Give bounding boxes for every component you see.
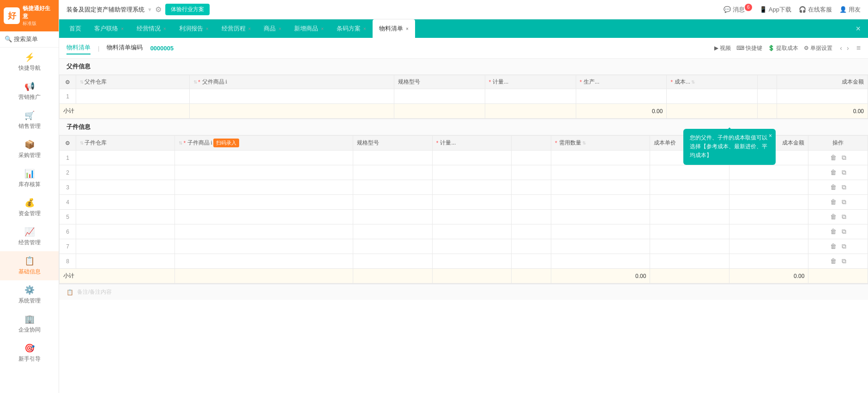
child-qty-cell-3[interactable] bbox=[551, 180, 650, 195]
child-unit-cell-6[interactable] bbox=[432, 224, 512, 239]
parent-product-cell[interactable] bbox=[190, 89, 394, 104]
child-spec-cell-2[interactable] bbox=[353, 165, 433, 180]
parent-cost-cell[interactable] bbox=[667, 89, 758, 104]
child-warehouse-cell-3[interactable] bbox=[76, 180, 175, 195]
next-arrow[interactable]: › bbox=[845, 43, 851, 53]
grid-view-icon[interactable]: ≡ bbox=[856, 44, 861, 52]
user-action[interactable]: 👤 用友 bbox=[839, 6, 861, 14]
scan-button[interactable]: 扫码录入 bbox=[213, 139, 239, 147]
sidebar-item-purchase[interactable]: 📦 采购管理 bbox=[0, 135, 59, 164]
shortcut-action[interactable]: ⌨ 快捷键 bbox=[736, 44, 762, 52]
copy-btn-7[interactable]: ⧉ bbox=[840, 242, 848, 250]
child-spec-cell-7[interactable] bbox=[353, 239, 433, 254]
extract-cost-action[interactable]: 💲 提取成本 bbox=[768, 44, 798, 52]
delete-btn-6[interactable]: 🗑 bbox=[828, 228, 838, 235]
app-download-action[interactable]: 📱 App下载 bbox=[760, 6, 791, 14]
delete-btn-5[interactable]: 🗑 bbox=[828, 213, 838, 220]
child-spec-cell-8[interactable] bbox=[353, 254, 433, 269]
copy-btn-4[interactable]: ⧉ bbox=[840, 198, 848, 206]
child-qty-cell-8[interactable] bbox=[551, 254, 650, 269]
child-price-cell-6[interactable] bbox=[650, 224, 729, 239]
child-price-cell-7[interactable] bbox=[650, 239, 729, 254]
child-spec-cell-5[interactable] bbox=[353, 210, 433, 224]
tab-new-goods[interactable]: 新增商品 × bbox=[288, 19, 330, 38]
child-product-cell-3[interactable] bbox=[175, 180, 353, 195]
child-warehouse-cell-4[interactable] bbox=[76, 195, 175, 210]
sidebar-item-guide[interactable]: 🎯 新手引导 bbox=[0, 339, 59, 368]
tab-customer-close[interactable]: × bbox=[121, 26, 124, 31]
copy-btn-8[interactable]: ⧉ bbox=[840, 257, 848, 265]
parent-unit-cell[interactable] bbox=[485, 89, 576, 104]
child-product-info-icon[interactable]: ℹ bbox=[211, 140, 212, 146]
child-qty-cell-6[interactable] bbox=[551, 224, 650, 239]
copy-btn-3[interactable]: ⧉ bbox=[840, 183, 848, 191]
copy-btn-1[interactable]: ⧉ bbox=[840, 154, 848, 161]
child-product-cell-4[interactable] bbox=[175, 195, 353, 210]
tab-home[interactable]: 首页 bbox=[63, 19, 88, 38]
experience-button[interactable]: 体验行业方案 bbox=[165, 4, 210, 15]
child-unit-cell-4[interactable] bbox=[432, 195, 512, 210]
tab-profit[interactable]: 利润报告 × bbox=[173, 19, 215, 38]
sidebar-item-inventory[interactable]: 📊 库存核算 bbox=[0, 164, 59, 193]
child-unit-cell-2[interactable] bbox=[432, 165, 512, 180]
child-warehouse-cell-2[interactable] bbox=[76, 165, 175, 180]
child-col-settings-icon[interactable]: ⚙ bbox=[65, 140, 70, 146]
delete-btn-4[interactable]: 🗑 bbox=[828, 198, 838, 206]
child-qty-cell-5[interactable] bbox=[551, 210, 650, 224]
sidebar-item-enterprise[interactable]: 🏢 企业协同 bbox=[0, 309, 59, 339]
tab-bom-list[interactable]: 物料清单 bbox=[66, 42, 90, 54]
child-warehouse-cell-1[interactable] bbox=[76, 151, 175, 165]
child-warehouse-cell-5[interactable] bbox=[76, 210, 175, 224]
video-action[interactable]: ▶ 视频 bbox=[714, 44, 731, 52]
delete-btn-3[interactable]: 🗑 bbox=[828, 183, 838, 191]
child-unit-cell-8[interactable] bbox=[432, 254, 512, 269]
online-service-action[interactable]: 🎧 在线客服 bbox=[799, 6, 832, 14]
tab-history-close[interactable]: × bbox=[248, 26, 251, 31]
child-spec-cell-4[interactable] bbox=[353, 195, 433, 210]
child-product-cell-1[interactable] bbox=[175, 151, 353, 165]
child-unit-cell-7[interactable] bbox=[432, 239, 512, 254]
col-settings-icon[interactable]: ⚙ bbox=[65, 79, 70, 85]
tab-bom-close[interactable]: × bbox=[406, 26, 409, 31]
settings-icon[interactable]: ⚙ bbox=[155, 5, 162, 14]
child-price-cell-2[interactable] bbox=[650, 165, 729, 180]
sidebar-item-quick-nav[interactable]: ⚡ 快捷导航 bbox=[0, 48, 59, 77]
sidebar-item-marketing[interactable]: 📢 营销推广 bbox=[0, 77, 59, 106]
tab-history[interactable]: 经营历程 × bbox=[215, 19, 258, 38]
copy-btn-2[interactable]: ⧉ bbox=[840, 169, 848, 176]
single-settings-action[interactable]: ⚙ 单据设置 bbox=[804, 44, 832, 52]
child-qty-cell-2[interactable] bbox=[551, 165, 650, 180]
tab-barcode[interactable]: 条码方案 × bbox=[330, 19, 373, 38]
child-qty-cell-1[interactable] bbox=[551, 151, 650, 165]
parent-warehouse-cell[interactable] bbox=[76, 89, 190, 104]
message-action[interactable]: 💬 消息 6 bbox=[723, 6, 752, 14]
sidebar-item-sales[interactable]: 🛒 销售管理 bbox=[0, 106, 59, 135]
child-product-cell-8[interactable] bbox=[175, 254, 353, 269]
sidebar-item-basic-info[interactable]: 📋 基础信息 bbox=[0, 251, 59, 280]
child-qty-cell-4[interactable] bbox=[551, 195, 650, 210]
child-warehouse-cell-7[interactable] bbox=[76, 239, 175, 254]
child-product-cell-6[interactable] bbox=[175, 224, 353, 239]
delete-btn-2[interactable]: 🗑 bbox=[828, 169, 838, 176]
tab-bom[interactable]: 物料清单 × bbox=[373, 19, 415, 38]
sidebar-item-system[interactable]: ⚙️ 系统管理 bbox=[0, 280, 59, 309]
child-spec-cell-1[interactable] bbox=[353, 151, 433, 165]
child-price-cell-4[interactable] bbox=[650, 195, 729, 210]
child-warehouse-cell-8[interactable] bbox=[76, 254, 175, 269]
delete-btn-7[interactable]: 🗑 bbox=[828, 242, 838, 250]
child-unit-cell-5[interactable] bbox=[432, 210, 512, 224]
tab-operations[interactable]: 经营情况 × bbox=[130, 19, 173, 38]
child-price-cell-5[interactable] bbox=[650, 210, 729, 224]
child-product-cell-7[interactable] bbox=[175, 239, 353, 254]
parent-spec-cell[interactable] bbox=[394, 89, 485, 104]
parent-prod-cell[interactable] bbox=[576, 89, 667, 104]
tab-customer[interactable]: 客户联络 × bbox=[88, 19, 130, 38]
sidebar-search[interactable]: 🔍 搜索菜单 bbox=[0, 31, 59, 48]
child-spec-cell-3[interactable] bbox=[353, 180, 433, 195]
sidebar-item-finance[interactable]: 💰 资金管理 bbox=[0, 193, 59, 222]
child-price-cell-3[interactable] bbox=[650, 180, 729, 195]
sidebar-item-operations[interactable]: 📈 经营管理 bbox=[0, 222, 59, 251]
product-info-icon[interactable]: ℹ bbox=[225, 79, 227, 85]
child-unit-cell-1[interactable] bbox=[432, 151, 512, 165]
child-unit-cell-3[interactable] bbox=[432, 180, 512, 195]
